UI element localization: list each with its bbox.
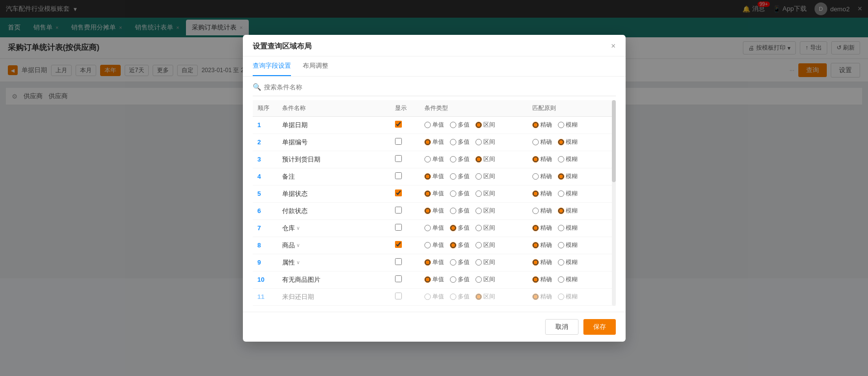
row-match: 精确模糊 — [527, 134, 616, 151]
match-option-精确[interactable]: 精确 — [532, 189, 552, 198]
table-row: 5单据状态单值多值区间精确模糊 — [253, 185, 616, 202]
show-checkbox[interactable] — [395, 275, 402, 278]
row-order: 2 — [253, 134, 277, 151]
table-row: 10有无商品图片单值多值区间精确模糊 — [253, 271, 616, 278]
show-checkbox[interactable] — [395, 121, 402, 128]
row-match: 精确模糊 — [527, 202, 616, 219]
row-order: 3 — [253, 151, 277, 168]
match-option-模糊[interactable]: 模糊 — [558, 258, 578, 267]
row-order: 7 — [253, 219, 277, 237]
type-option-单值[interactable]: 单值 — [424, 121, 444, 129]
type-option-单值[interactable]: 单值 — [424, 241, 444, 249]
type-option-多值[interactable]: 多值 — [450, 155, 470, 163]
type-option-多值[interactable]: 多值 — [450, 207, 470, 215]
th-type: 条件类型 — [420, 100, 527, 117]
row-order: 8 — [253, 237, 277, 254]
row-match: 精确模糊 — [527, 168, 616, 185]
row-order: 10 — [253, 271, 277, 278]
type-option-多值[interactable]: 多值 — [450, 121, 470, 129]
type-option-区间[interactable]: 区间 — [475, 241, 495, 249]
match-option-模糊[interactable]: 模糊 — [558, 207, 578, 215]
row-type: 单值多值区间 — [420, 116, 527, 134]
type-option-区间[interactable]: 区间 — [475, 155, 495, 163]
row-show — [390, 202, 420, 219]
settings-modal: 设置查询区域布局 × 查询字段设置 布局调整 🔍 — [243, 35, 626, 279]
match-option-精确[interactable]: 精确 — [532, 207, 552, 215]
match-option-模糊[interactable]: 模糊 — [558, 241, 578, 249]
th-order: 顺序 — [253, 100, 277, 117]
row-name: 商品 ∨ — [277, 237, 390, 254]
modal-close-btn[interactable]: × — [611, 42, 615, 50]
type-option-区间[interactable]: 区间 — [475, 258, 495, 267]
show-checkbox[interactable] — [395, 138, 402, 145]
type-option-单值[interactable]: 单值 — [424, 138, 444, 146]
type-option-多值[interactable]: 多值 — [450, 258, 470, 267]
match-option-精确[interactable]: 精确 — [532, 121, 552, 129]
type-option-区间[interactable]: 区间 — [475, 172, 495, 181]
match-option-模糊[interactable]: 模糊 — [558, 172, 578, 181]
show-checkbox[interactable] — [395, 224, 402, 231]
show-checkbox[interactable] — [395, 258, 402, 265]
type-option-多值[interactable]: 多值 — [450, 189, 470, 198]
match-option-模糊[interactable]: 模糊 — [558, 138, 578, 146]
match-option-精确[interactable]: 精确 — [532, 155, 552, 163]
tab-layout-adjust[interactable]: 布局调整 — [303, 56, 328, 76]
type-option-单值[interactable]: 单值 — [424, 207, 444, 215]
row-show — [390, 151, 420, 168]
type-option-单值[interactable]: 单值 — [424, 155, 444, 163]
type-option-单值[interactable]: 单值 — [424, 275, 444, 278]
show-checkbox[interactable] — [395, 207, 402, 214]
row-match: 精确模糊 — [527, 237, 616, 254]
match-option-模糊[interactable]: 模糊 — [558, 275, 578, 278]
type-option-多值[interactable]: 多值 — [450, 275, 470, 278]
row-order: 6 — [253, 202, 277, 219]
match-option-模糊[interactable]: 模糊 — [558, 155, 578, 163]
match-option-精确[interactable]: 精确 — [532, 224, 552, 232]
match-option-精确[interactable]: 精确 — [532, 241, 552, 249]
search-icon: 🔍 — [253, 83, 261, 91]
row-order: 9 — [253, 254, 277, 271]
type-option-区间[interactable]: 区间 — [475, 207, 495, 215]
type-option-区间[interactable]: 区间 — [475, 224, 495, 232]
row-type: 单值多值区间 — [420, 219, 527, 237]
match-option-精确[interactable]: 精确 — [532, 258, 552, 267]
row-match: 精确模糊 — [527, 116, 616, 134]
match-option-精确[interactable]: 精确 — [532, 275, 552, 278]
type-option-区间[interactable]: 区间 — [475, 275, 495, 278]
table-row: 3预计到货日期单值多值区间精确模糊 — [253, 151, 616, 168]
search-input[interactable] — [261, 82, 616, 92]
show-checkbox[interactable] — [395, 189, 402, 196]
show-checkbox[interactable] — [395, 155, 402, 162]
show-checkbox[interactable] — [395, 241, 402, 248]
row-type: 单值多值区间 — [420, 254, 527, 271]
show-checkbox[interactable] — [395, 172, 402, 179]
row-order: 1 — [253, 116, 277, 134]
type-option-单值[interactable]: 单值 — [424, 189, 444, 198]
modal-body: 🔍 顺序 条件名称 显示 条件类型 匹配原则 — [243, 77, 626, 279]
match-option-精确[interactable]: 精确 — [532, 138, 552, 146]
type-option-单值[interactable]: 单值 — [424, 258, 444, 267]
row-name: 单据状态 — [277, 185, 390, 202]
row-name: 单据日期 — [277, 116, 390, 134]
type-option-多值[interactable]: 多值 — [450, 138, 470, 146]
match-option-模糊[interactable]: 模糊 — [558, 189, 578, 198]
type-option-区间[interactable]: 区间 — [475, 138, 495, 146]
type-option-多值[interactable]: 多值 — [450, 172, 470, 181]
type-option-区间[interactable]: 区间 — [475, 121, 495, 129]
tab-query-fields[interactable]: 查询字段设置 — [253, 56, 291, 76]
match-option-模糊[interactable]: 模糊 — [558, 224, 578, 232]
modal-title: 设置查询区域布局 — [253, 42, 312, 51]
conditions-table: 顺序 条件名称 显示 条件类型 匹配原则 1单据日期单值多值区间精确模糊2单据编… — [253, 100, 616, 279]
row-name: 预计到货日期 — [277, 151, 390, 168]
type-option-区间[interactable]: 区间 — [475, 189, 495, 198]
type-option-单值[interactable]: 单值 — [424, 172, 444, 181]
row-match: 精确模糊 — [527, 219, 616, 237]
match-option-精确[interactable]: 精确 — [532, 172, 552, 181]
type-option-多值[interactable]: 多值 — [450, 224, 470, 232]
type-option-多值[interactable]: 多值 — [450, 241, 470, 249]
tab-query-fields-label: 查询字段设置 — [253, 62, 291, 69]
type-option-单值[interactable]: 单值 — [424, 224, 444, 232]
match-option-模糊[interactable]: 模糊 — [558, 121, 578, 129]
row-type: 单值多值区间 — [420, 202, 527, 219]
row-name: 单据编号 — [277, 134, 390, 151]
